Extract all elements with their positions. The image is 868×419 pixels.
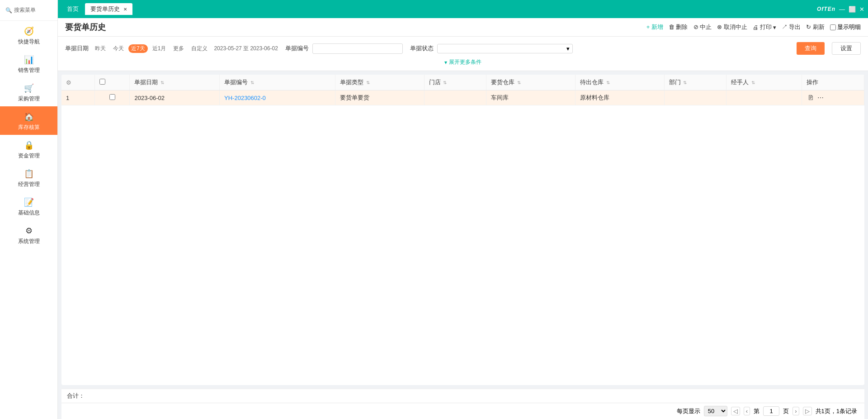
sidebar-label-finance: 资金管理 <box>18 152 40 160</box>
sidebar-label-operation: 经营管理 <box>18 181 40 188</box>
tab-close-requisition-history[interactable]: ✕ <box>123 7 127 12</box>
display-detail-toggle[interactable]: 显示明细 <box>830 23 861 31</box>
print-icon: 🖨 <box>753 24 759 31</box>
quick-nav-icon: 🧭 <box>24 26 34 36</box>
new-button[interactable]: + 新增 <box>646 23 663 31</box>
page: 要货单历史 + 新增 🗑 删除 ⊘ 中止 ⊗ 取消中止 🖨 打印 ▾ ↗ 导出 … <box>58 18 868 419</box>
cell-doc-no[interactable]: YH-20230602-0 <box>220 90 335 105</box>
prev-page-btn[interactable]: ‹ <box>744 407 750 415</box>
table-header-row: ⚙ 单据日期 ⇅ 单据编号 ⇅ 单据类型 ⇅ 门店 ⇅ 要货仓库 ⇅ 待出仓库 … <box>61 75 864 90</box>
print-dropdown-icon: ▾ <box>773 24 776 31</box>
page-header: 要货单历史 + 新增 🗑 删除 ⊘ 中止 ⊗ 取消中止 🖨 打印 ▾ ↗ 导出 … <box>58 18 868 37</box>
doc-no-input[interactable] <box>312 43 403 54</box>
sidebar-item-purchase[interactable]: 🛒 采购管理 <box>0 78 57 106</box>
sidebar-item-inventory[interactable]: 🏠 库存核算 <box>0 106 57 135</box>
display-detail-checkbox[interactable] <box>830 24 836 30</box>
setting-button[interactable]: 设置 <box>832 42 861 55</box>
col-date[interactable]: 单据日期 ⇅ <box>130 75 220 90</box>
sales-icon: 📊 <box>24 55 34 65</box>
col-req-warehouse[interactable]: 要货仓库 ⇅ <box>486 75 576 90</box>
tab-label-home: 首页 <box>67 5 79 13</box>
col-handler[interactable]: 经手人 ⇅ <box>726 75 802 90</box>
col-pending-warehouse[interactable]: 待出仓库 ⇅ <box>575 75 664 90</box>
cell-checkbox[interactable] <box>95 90 130 105</box>
status-dropdown-icon: ▾ <box>566 45 570 52</box>
cell-operation: 🖹 ⋯ <box>802 90 864 105</box>
date-btn-自定义[interactable]: 自定义 <box>189 44 210 53</box>
handler-sort-icon: ⇅ <box>751 80 755 85</box>
doc-link-0[interactable]: YH-20230602-0 <box>224 95 266 101</box>
export-button[interactable]: ↗ 导出 <box>782 23 801 31</box>
refresh-button[interactable]: ↻ 刷新 <box>806 23 825 31</box>
print-label: 打印 <box>760 23 772 31</box>
system-icon: ⚙ <box>25 226 33 236</box>
col-settings[interactable]: ⚙ <box>61 75 95 90</box>
tab-label-requisition-history: 要货单历史 <box>90 5 120 13</box>
date-btn-昨天[interactable]: 昨天 <box>92 44 108 53</box>
tab-home[interactable]: 首页 <box>61 3 84 15</box>
date-btn-近1月[interactable]: 近1月 <box>150 44 169 53</box>
date-filter-buttons: 昨天今天近7天近1月更多自定义 <box>92 44 210 53</box>
page-size-label: 每页显示 <box>677 407 700 415</box>
topbar-right: OfTEn — ⬜ ✕ <box>817 6 864 13</box>
table-container: ⚙ 单据日期 ⇅ 单据编号 ⇅ 单据类型 ⇅ 门店 ⇅ 要货仓库 ⇅ 待出仓库 … <box>61 75 864 385</box>
stop-button[interactable]: ⊘ 中止 <box>693 23 712 31</box>
minimize-btn[interactable]: — <box>839 6 845 13</box>
tab-requisition-history[interactable]: 要货单历史✕ <box>85 3 132 15</box>
table-row[interactable]: 1 2023-06-02 YH-20230602-0 要货单要货 车间库 原材料… <box>61 90 864 105</box>
date-sort-icon: ⇅ <box>160 80 164 85</box>
col-operation: 操作 <box>802 75 864 90</box>
col-checkbox[interactable] <box>95 75 130 90</box>
sidebar-item-system[interactable]: ⚙ 系统管理 <box>0 220 57 249</box>
sidebar-item-basic[interactable]: 📝 基础信息 <box>0 192 57 220</box>
total-info: 共1页，1条记录 <box>816 407 857 415</box>
print-button[interactable]: 🖨 打印 ▾ <box>753 23 776 31</box>
cell-handler <box>726 90 802 105</box>
page-label: 第 <box>754 407 760 415</box>
finance-icon: 🔒 <box>24 140 34 150</box>
doctype-sort-icon: ⇅ <box>366 80 370 85</box>
expand-more-button[interactable]: ▾ 展开更多条件 <box>65 58 861 66</box>
sidebar-search-label: 搜索菜单 <box>14 6 36 14</box>
cancel-stop-button[interactable]: ⊗ 取消中止 <box>717 23 747 31</box>
col-doc-type[interactable]: 单据类型 ⇅ <box>335 75 425 90</box>
sidebar-item-sales[interactable]: 📊 销售管理 <box>0 49 57 78</box>
sidebar-item-finance[interactable]: 🔒 资金管理 <box>0 135 57 163</box>
maximize-btn[interactable]: ⬜ <box>849 6 856 13</box>
op-view-0[interactable]: 🖹 <box>807 93 815 102</box>
query-button[interactable]: 查询 <box>797 42 825 55</box>
last-page-btn[interactable]: ▷ <box>803 407 812 415</box>
settings-icon[interactable]: ⚙ <box>66 79 71 86</box>
docno-sort-icon: ⇅ <box>250 80 254 85</box>
date-btn-今天[interactable]: 今天 <box>110 44 127 53</box>
store-sort-icon: ⇅ <box>443 80 447 85</box>
sidebar-item-operation[interactable]: 📋 经营管理 <box>0 163 57 192</box>
page-title: 要货单历史 <box>65 22 646 33</box>
status-select[interactable]: ▾ <box>437 44 573 53</box>
next-page-btn[interactable]: › <box>793 407 799 415</box>
doc-no-label: 单据编号 <box>285 44 309 52</box>
pendingwh-sort-icon: ⇅ <box>606 80 610 85</box>
col-store[interactable]: 门店 ⇅ <box>424 75 486 90</box>
reqwh-sort-icon: ⇅ <box>517 80 521 85</box>
sidebar-item-quick-nav[interactable]: 🧭 快捷导航 <box>0 21 57 49</box>
col-doc-no[interactable]: 单据编号 ⇅ <box>220 75 335 90</box>
filter-area: 单据日期 昨天今天近7天近1月更多自定义 2023-05-27 至 2023-0… <box>58 37 868 71</box>
first-page-btn[interactable]: ◁ <box>731 407 740 415</box>
op-more-0[interactable]: ⋯ <box>816 93 825 102</box>
sidebar-search[interactable]: 🔍 搜索菜单 <box>0 0 57 21</box>
delete-button[interactable]: 🗑 删除 <box>669 23 688 31</box>
page-input[interactable] <box>763 406 779 416</box>
page-size-select[interactable]: 2050100200 <box>704 406 727 416</box>
close-btn[interactable]: ✕ <box>859 6 864 13</box>
status-label: 单据状态 <box>410 44 434 52</box>
basic-icon: 📝 <box>24 197 34 207</box>
date-btn-近7天[interactable]: 近7天 <box>128 44 148 53</box>
date-btn-更多[interactable]: 更多 <box>170 44 187 53</box>
cell-store <box>424 90 486 105</box>
col-department[interactable]: 部门 ⇅ <box>664 75 726 90</box>
cell-index: 1 <box>61 90 95 105</box>
dept-sort-icon: ⇅ <box>683 80 687 85</box>
row-checkbox-0[interactable] <box>109 94 115 100</box>
select-all-checkbox[interactable] <box>99 79 105 85</box>
